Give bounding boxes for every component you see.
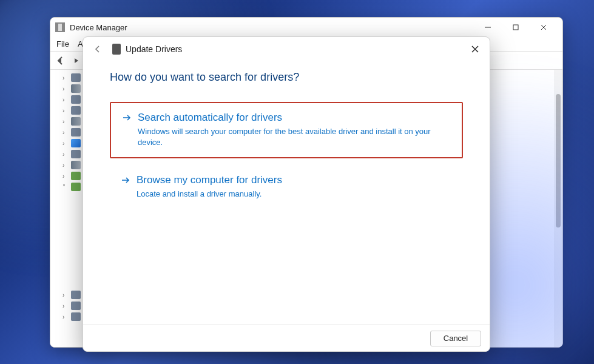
- cancel-button-label: Cancel: [444, 334, 468, 343]
- svg-marker-5: [75, 58, 78, 63]
- close-icon: [471, 45, 479, 53]
- device-manager-titlebar: Device Manager: [50, 18, 562, 37]
- dialog-back-button[interactable]: [92, 43, 104, 55]
- device-manager-app-icon: [55, 22, 65, 32]
- toolbar-back-button[interactable]: [54, 54, 67, 67]
- svg-rect-1: [513, 25, 518, 30]
- minimize-button[interactable]: [474, 18, 502, 36]
- option-browse-title: Browse my computer for drivers: [137, 174, 452, 186]
- maximize-button[interactable]: [502, 18, 530, 36]
- arrow-right-icon: [122, 112, 133, 126]
- device-manager-title: Device Manager: [70, 23, 474, 32]
- option-browse-computer[interactable]: Browse my computer for drivers Locate an…: [110, 166, 463, 209]
- dialog-close-button[interactable]: [468, 42, 482, 56]
- window-controls: [474, 18, 558, 36]
- update-drivers-dialog: Update Drivers How do you want to search…: [83, 36, 490, 352]
- scrollbar[interactable]: [554, 70, 562, 347]
- cancel-button[interactable]: Cancel: [430, 331, 481, 346]
- toolbar-forward-button[interactable]: [69, 54, 82, 67]
- maximize-icon: [512, 24, 519, 31]
- option-search-automatically[interactable]: Search automatically for drivers Windows…: [110, 102, 463, 158]
- close-icon: [540, 24, 547, 31]
- minimize-icon: [484, 24, 491, 31]
- dialog-footer: Cancel: [83, 325, 490, 351]
- dialog-titlebar: Update Drivers: [83, 37, 490, 61]
- dialog-title: Update Drivers: [126, 44, 182, 54]
- option-auto-title: Search automatically for drivers: [138, 112, 451, 124]
- dialog-heading: How do you want to search for drivers?: [110, 71, 463, 84]
- menu-file[interactable]: File: [56, 39, 69, 49]
- arrow-right-icon: [70, 56, 80, 66]
- driver-icon: [112, 44, 121, 55]
- option-browse-desc: Locate and install a driver manually.: [137, 189, 452, 200]
- arrow-left-icon: [56, 56, 66, 66]
- close-button[interactable]: [530, 18, 558, 36]
- scrollbar-thumb[interactable]: [556, 94, 561, 228]
- arrow-left-icon: [93, 45, 102, 53]
- dialog-body: How do you want to search for drivers? S…: [83, 61, 490, 325]
- arrow-right-icon: [121, 174, 132, 189]
- option-auto-desc: Windows will search your computer for th…: [138, 126, 451, 147]
